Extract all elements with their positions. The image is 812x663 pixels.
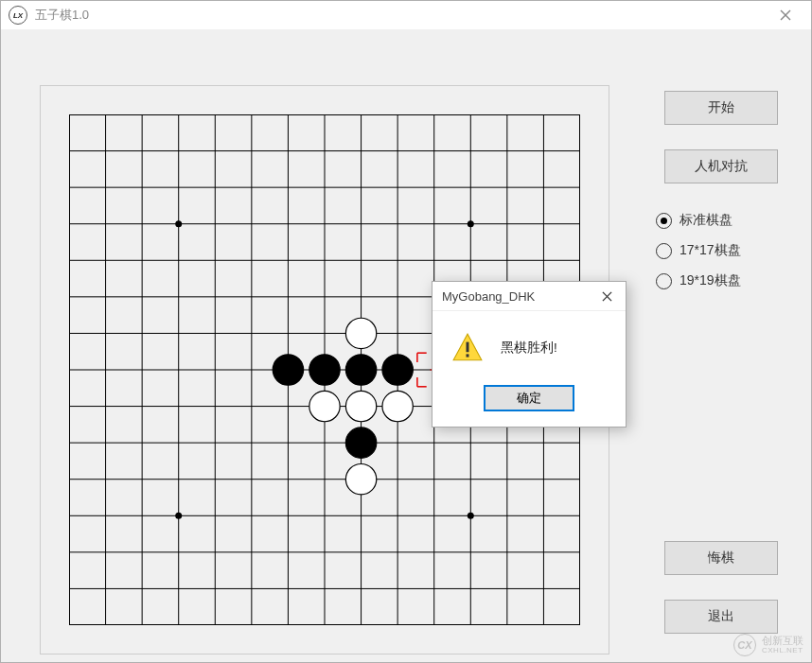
close-icon: [602, 291, 612, 302]
dialog-ok-button[interactable]: 确定: [484, 385, 574, 411]
radio-label: 17*17棋盘: [680, 242, 741, 259]
close-icon: [780, 9, 791, 21]
white-stone: [382, 391, 413, 421]
black-stone: [382, 355, 413, 385]
watermark-badge-icon: CX: [733, 634, 756, 656]
svg-point-37: [468, 513, 474, 519]
radio-label: 标准棋盘: [680, 212, 733, 229]
black-stone: [345, 427, 376, 458]
radio-label: 19*19棋盘: [680, 272, 741, 289]
dialog-actions: 确定: [432, 374, 626, 427]
board-size-radiogroup: 标准棋盘17*17棋盘19*19棋盘: [650, 212, 792, 289]
exit-button[interactable]: 退出: [664, 600, 778, 634]
black-stone: [273, 355, 303, 385]
white-stone: [345, 464, 376, 495]
content-area: 开始 人机对抗 标准棋盘17*17棋盘19*19棋盘 悔棋 退出 MyGoban…: [1, 29, 811, 662]
app-icon: LX: [9, 6, 27, 25]
watermark-line2: CXHL.NET: [762, 647, 803, 654]
svg-point-33: [175, 220, 182, 227]
watermark-line1: 创新互联: [762, 636, 803, 647]
lower-buttons: 悔棋 退出: [650, 541, 792, 634]
white-stone: [345, 391, 376, 421]
result-dialog: MyGobang_DHK 黑棋胜利! 确定: [432, 281, 627, 427]
svg-point-36: [175, 513, 182, 519]
svg-rect-51: [467, 342, 469, 353]
svg-rect-52: [467, 354, 469, 357]
radio-icon: [656, 213, 672, 229]
undo-button[interactable]: 悔棋: [664, 541, 778, 575]
dialog-titlebar: MyGobang_DHK: [432, 282, 626, 311]
dialog-close-button[interactable]: [591, 284, 622, 308]
warning-icon: [451, 332, 484, 364]
side-panel: 开始 人机对抗 标准棋盘17*17棋盘19*19棋盘: [650, 91, 792, 303]
black-stone: [345, 355, 376, 385]
svg-point-34: [468, 220, 474, 227]
watermark: CX 创新互联 CXHL.NET: [733, 634, 803, 656]
titlebar: LX 五子棋1.0: [1, 1, 811, 30]
vs-ai-button[interactable]: 人机对抗: [664, 149, 778, 183]
radio-icon: [656, 273, 672, 289]
dialog-title: MyGobang_DHK: [442, 289, 535, 304]
board-size-option[interactable]: 标准棋盘: [656, 212, 792, 229]
dialog-message: 黑棋胜利!: [501, 340, 557, 357]
window-close-button[interactable]: [764, 1, 807, 29]
white-stone: [345, 318, 376, 348]
board-size-option[interactable]: 19*19棋盘: [656, 272, 792, 289]
black-stone: [309, 355, 340, 385]
board-size-option[interactable]: 17*17棋盘: [656, 242, 792, 259]
start-button[interactable]: 开始: [664, 91, 778, 125]
window-title: 五子棋1.0: [35, 7, 89, 24]
dialog-body: 黑棋胜利!: [432, 311, 626, 374]
radio-icon: [656, 243, 672, 259]
white-stone: [309, 391, 340, 421]
app-window: LX 五子棋1.0 开始 人机对抗 标准棋盘17*17棋盘19*19棋盘 悔棋 …: [0, 0, 812, 663]
